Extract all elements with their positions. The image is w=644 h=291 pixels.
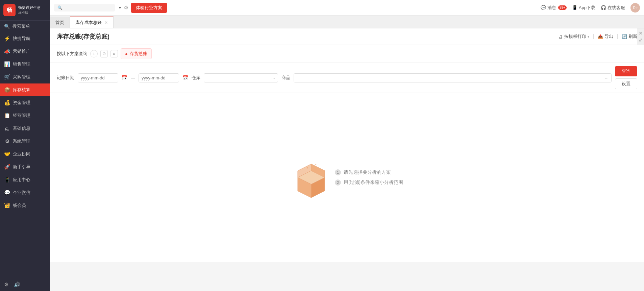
sidebar-item-system[interactable]: ⚙ 系统管理 bbox=[0, 135, 50, 148]
search-fields-row: 记账日期 📅 — 📅 仓库 ··· 商品 ··· 查询 设置 bbox=[50, 63, 644, 93]
sidebar-item-label: 系统管理 bbox=[13, 138, 30, 144]
sidebar-item-label: 企业微信 bbox=[13, 190, 30, 196]
filter-add-button[interactable]: + bbox=[90, 50, 98, 57]
message-icon: 💬 bbox=[541, 5, 546, 10]
sidebar-search[interactable]: 🔍 搜索菜单 bbox=[0, 21, 50, 32]
warehouse-label: 仓库 bbox=[192, 75, 200, 81]
export-button[interactable]: 📤 导出 bbox=[598, 33, 613, 40]
sidebar-item-label: 资金管理 bbox=[13, 100, 30, 106]
search-icon: 🔍 bbox=[4, 24, 10, 29]
print-dropdown-icon[interactable]: ▾ bbox=[588, 35, 589, 39]
sidebar-item-quick-nav[interactable]: ⚡ 快捷导航 bbox=[0, 32, 50, 45]
hint-num-2: 2 bbox=[335, 179, 341, 186]
topbar-online-service[interactable]: 🎧 在线客服 bbox=[601, 5, 625, 11]
topbar-dropdown-icon[interactable]: ▾ bbox=[119, 5, 121, 10]
sidebar: 畅 畅捷通好生意 标准版 🔍 搜索菜单 ⚡ 快捷导航 📣 营销推广 📊 销售管理… bbox=[0, 0, 50, 291]
search-fields-actions: 查询 设置 bbox=[615, 66, 637, 89]
calendar-end-icon[interactable]: 📅 bbox=[182, 75, 188, 80]
empty-state-inner: ✦ ✦ 1 请先选择要分析的方案 bbox=[291, 161, 403, 194]
app-icon: 📱 bbox=[572, 5, 577, 10]
tab-inventory-cost[interactable]: 库存成本总账 ✕ bbox=[70, 17, 114, 28]
filter-collapse-button[interactable]: « bbox=[110, 50, 118, 57]
search-button[interactable]: 查询 bbox=[615, 66, 637, 76]
product-select[interactable]: ··· bbox=[294, 73, 612, 82]
topbar-gear-icon[interactable]: ⚙ bbox=[124, 4, 128, 11]
warehouse-more-icon[interactable]: ··· bbox=[271, 75, 275, 80]
service-icon: 🎧 bbox=[601, 5, 606, 10]
sidebar-item-purchase[interactable]: 🛒 采购管理 bbox=[0, 71, 50, 83]
calendar-start-icon[interactable]: 📅 bbox=[122, 75, 127, 80]
page-header: 库存总账(存货总账) 🖨 按模板打印 ▾ 📤 导出 🔄 bbox=[50, 28, 644, 45]
wechat-icon: 💬 bbox=[4, 190, 10, 196]
sidebar-item-basic[interactable]: 🗂 基础信息 bbox=[0, 122, 50, 135]
panel-close-bar[interactable]: ✕ ⤢ bbox=[637, 28, 644, 45]
sidebar-item-label: 企业协同 bbox=[13, 151, 30, 157]
date-end-input[interactable] bbox=[139, 73, 179, 82]
warehouse-select[interactable]: ··· bbox=[204, 73, 278, 82]
sidebar-item-label: 销售管理 bbox=[13, 61, 30, 67]
tab-home[interactable]: 首页 bbox=[50, 17, 70, 28]
settings-bottom-icon[interactable]: ⚙ bbox=[4, 282, 8, 288]
sidebar-item-apps[interactable]: 📱 应用中心 bbox=[0, 173, 50, 186]
topbar-right: 💬 消息 99+ 📱 App下载 🎧 在线客服 Rit bbox=[541, 3, 640, 13]
refresh-label: 刷新 bbox=[628, 33, 637, 40]
print-button[interactable]: 🖨 按模板打印 ▾ bbox=[559, 33, 589, 40]
messages-label: 消息 bbox=[547, 5, 556, 11]
sidebar-item-member[interactable]: 👑 畅会员 bbox=[0, 199, 50, 212]
speaker-icon[interactable]: 🔊 bbox=[14, 282, 20, 288]
empty-hints: 1 请先选择要分析的方案 2 用[过滤]条件来缩小分析范围 bbox=[335, 169, 403, 186]
export-icon: 📤 bbox=[598, 34, 603, 39]
date-separator: — bbox=[131, 75, 135, 80]
scheme-item[interactable]: ● 存货总账 bbox=[121, 48, 152, 59]
topbar: 🔍 ▾ ⚙ 体验行业方案 💬 消息 99+ 📱 App下载 🎧 在线客服 Rit bbox=[50, 0, 644, 16]
finance-icon: 💰 bbox=[4, 100, 10, 106]
trial-btn[interactable]: 体验行业方案 bbox=[131, 3, 167, 13]
quick-nav-icon: ⚡ bbox=[4, 35, 10, 42]
sidebar-bottom: ⚙ 🔊 bbox=[0, 278, 50, 291]
sidebar-item-label: 营销推广 bbox=[13, 48, 30, 54]
sidebar-item-label: 采购管理 bbox=[13, 74, 30, 80]
sidebar-item-cooperation[interactable]: 🤝 企业协同 bbox=[0, 148, 50, 161]
product-more-icon[interactable]: ··· bbox=[605, 75, 609, 80]
sidebar-item-inventory[interactable]: 📦 库存核算 bbox=[0, 83, 50, 96]
refresh-icon: 🔄 bbox=[622, 34, 627, 39]
hint-text-2: 用[过滤]条件来缩小分析范围 bbox=[344, 179, 403, 186]
date-start-input[interactable] bbox=[78, 73, 118, 82]
settings-button[interactable]: 设置 bbox=[615, 78, 637, 89]
logo-icon: 畅 bbox=[3, 4, 16, 16]
sidebar-item-sales[interactable]: 📊 销售管理 bbox=[0, 58, 50, 71]
sidebar-item-label: 经营管理 bbox=[13, 113, 30, 119]
empty-state: ✦ ✦ 1 请先选择要分析的方案 bbox=[50, 93, 644, 262]
filter-label: 按以下方案查询 bbox=[57, 51, 88, 57]
empty-box-illustration: ✦ ✦ bbox=[291, 161, 325, 194]
tab-close-icon[interactable]: ✕ bbox=[104, 20, 108, 25]
topbar-app-download[interactable]: 📱 App下载 bbox=[572, 5, 595, 11]
sidebar-item-finance[interactable]: 💰 资金管理 bbox=[0, 96, 50, 109]
hint-text-1: 请先选择要分析的方案 bbox=[344, 169, 391, 175]
export-label: 导出 bbox=[604, 33, 613, 40]
member-icon: 👑 bbox=[4, 202, 10, 209]
topbar-user[interactable]: Rit bbox=[630, 3, 640, 13]
refresh-button[interactable]: 🔄 刷新 bbox=[622, 33, 637, 40]
divider-2 bbox=[617, 34, 618, 39]
sidebar-item-label: 应用中心 bbox=[13, 177, 30, 183]
logo-text-block: 畅捷通好生意 标准版 bbox=[18, 5, 41, 15]
filter-row: 按以下方案查询 + ⊙ « ● 存货总账 bbox=[50, 45, 644, 63]
empty-hint-2: 2 用[过滤]条件来缩小分析范围 bbox=[335, 179, 403, 186]
empty-hint-1: 1 请先选择要分析的方案 bbox=[335, 169, 403, 175]
close-panel-icon[interactable]: ✕ bbox=[639, 30, 643, 36]
app-logo: 畅 畅捷通好生意 标准版 bbox=[0, 0, 50, 21]
topbar-messages[interactable]: 💬 消息 99+ bbox=[541, 5, 567, 11]
page-panel: 库存总账(存货总账) 🖨 按模板打印 ▾ 📤 导出 🔄 bbox=[50, 28, 644, 262]
sidebar-item-marketing[interactable]: 📣 营销推广 bbox=[0, 45, 50, 58]
sidebar-item-wechat[interactable]: 💬 企业微信 bbox=[0, 186, 50, 199]
divider-1 bbox=[593, 34, 594, 39]
filter-scheme-button[interactable]: ⊙ bbox=[100, 50, 108, 57]
sidebar-item-guide[interactable]: 🚀 新手引导 bbox=[0, 161, 50, 173]
topbar-search-area[interactable]: 🔍 bbox=[54, 4, 115, 11]
expand-panel-icon[interactable]: ⤢ bbox=[639, 37, 643, 43]
cooperation-icon: 🤝 bbox=[4, 151, 10, 157]
sidebar-item-business[interactable]: 📋 经营管理 bbox=[0, 109, 50, 122]
tab-inventory-cost-label: 库存成本总账 bbox=[75, 20, 102, 26]
hint-num-1: 1 bbox=[335, 169, 341, 175]
